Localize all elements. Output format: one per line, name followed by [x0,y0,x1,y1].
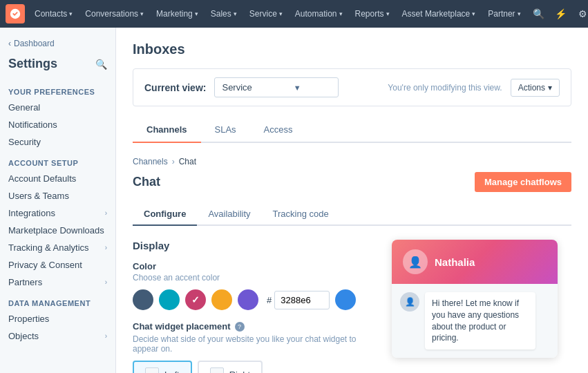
placement-left[interactable]: Left [133,361,192,373]
sub-tab-availability[interactable]: Availability [197,203,261,226]
swatch-purple[interactable] [238,289,258,310]
chat-preview: 👤 Nathalia 👤 Hi there! Let me know if yo… [392,240,558,358]
sidebar-item-partners[interactable]: Partners › [0,274,115,291]
nav-reports[interactable]: Reports▾ [350,6,395,21]
main-tabs: Channels SLAs Access [133,117,571,143]
color-label: Color [133,261,375,271]
chevron-right-icon: › [105,278,107,286]
current-view-right: You're only modifying this view. Actions… [388,79,560,97]
preview-name: Nathalia [435,256,475,268]
current-view-label: Current view: [144,82,206,93]
placement-label-row: Chat widget placement ? [133,321,375,332]
search-icon[interactable]: 🔍 [529,4,549,23]
sidebar-item-objects[interactable]: Objects › [0,327,115,345]
breadcrumb-channels-link[interactable]: Channels [133,157,168,166]
manage-chatflows-button[interactable]: Manage chatflows [475,172,571,192]
modifying-notice: You're only modifying this view. [388,83,502,93]
section-your-preferences: Your Preferences [0,79,115,99]
sidebar-item-integrations[interactable]: Integrations › [0,204,115,222]
chat-header: Chat Manage chatflows [133,172,571,192]
sidebar-item-properties[interactable]: Properties [0,310,115,327]
chevron-right-icon: › [105,209,107,217]
chevron-down-icon: ▼ [294,84,301,92]
section-account-setup: Account Setup [0,151,115,170]
tab-channels[interactable]: Channels [133,117,201,143]
widget-placement-section: Chat widget placement ? Decide what side… [133,321,375,373]
back-to-dashboard[interactable]: ‹ Dashboard [0,36,115,57]
preview-msg-avatar: 👤 [400,292,419,312]
breadcrumb: Channels › Chat [133,157,571,166]
current-view-left: Current view: Service ▼ [144,77,339,97]
sidebar-title: Settings 🔍 [0,57,115,79]
chevron-down-icon: ▾ [234,10,237,17]
section-data-management: Data Management [0,291,115,310]
chevron-down-icon: ▾ [518,10,521,17]
preview-bubble: Hi there! Let me know if you have any qu… [425,292,535,350]
color-preview[interactable] [335,289,356,310]
swatch-orange[interactable] [211,289,232,310]
preview-avatar: 👤 [403,249,428,274]
nav-automation[interactable]: Automation▾ [290,6,348,21]
chevron-right-icon: › [105,244,107,251]
swatch-pink[interactable] [185,289,206,310]
placement-desc: Decide what side of your website you lik… [133,334,375,354]
top-nav: Contacts▾ Conversations▾ Marketing▾ Sale… [0,0,588,28]
placement-left-icon [145,367,159,373]
chat-title: Chat [133,175,160,189]
actions-button[interactable]: Actions ▾ [511,79,560,97]
view-dropdown[interactable]: Service ▼ [214,77,339,97]
swatch-dark-blue[interactable] [133,289,153,310]
nav-asset-marketplace[interactable]: Asset Marketplace▾ [397,6,482,21]
placement-right[interactable]: Right [198,361,263,373]
chevron-down-icon: ▾ [339,10,343,17]
main-content: Inboxes Current view: Service ▼ You're o… [116,28,588,373]
chevron-down-icon: ▾ [472,10,475,17]
back-arrow-icon: ‹ [8,39,11,48]
sub-tabs: Configure Availability Tracking code [133,203,571,226]
tab-access[interactable]: Access [250,117,307,143]
sidebar-item-users-teams[interactable]: Users & Teams [0,187,115,204]
swatch-teal[interactable] [159,289,180,310]
main-layout: ‹ Dashboard Settings 🔍 Your Preferences … [0,28,588,373]
chevron-down-icon: ▾ [279,10,283,17]
chevron-down-icon: ▾ [69,10,73,17]
nav-service[interactable]: Service▾ [244,6,288,21]
sub-tab-tracking-code[interactable]: Tracking code [262,203,340,226]
marketplace-icon[interactable]: ⚡ [551,4,571,23]
person-icon: 👤 [408,256,422,269]
configure-left: Display Color Choose an accent color [133,240,375,373]
settings-icon[interactable]: ⚙ [573,4,588,23]
chevron-down-icon: ▾ [140,10,144,17]
color-sublabel: Choose an accent color [133,273,375,283]
placement-title: Chat widget placement [133,321,231,332]
chevron-down-icon: ▾ [195,10,198,17]
sidebar-item-marketplace-downloads[interactable]: Marketplace Downloads [0,222,115,239]
sidebar-item-general[interactable]: General [0,99,115,116]
sidebar-item-notifications[interactable]: Notifications [0,116,115,133]
person-icon: 👤 [405,297,415,307]
chevron-down-icon: ▾ [386,10,390,17]
placement-info-icon[interactable]: ? [235,322,245,332]
hubspot-logo[interactable] [6,4,25,23]
tab-slas[interactable]: SLAs [201,117,250,143]
sidebar: ‹ Dashboard Settings 🔍 Your Preferences … [0,28,116,373]
nav-marketing[interactable]: Marketing▾ [151,6,204,21]
nav-partner[interactable]: Partner▾ [482,6,526,21]
color-field: Color Choose an accent color # [133,261,375,310]
nav-conversations[interactable]: Conversations▾ [79,6,149,21]
sidebar-search-icon[interactable]: 🔍 [95,59,107,70]
color-hex-input-group: # [267,291,330,309]
sidebar-item-security[interactable]: Security [0,133,115,151]
preview-body: 👤 Hi there! Let me know if you have any … [392,284,558,358]
page-title: Inboxes [133,41,571,57]
nav-contacts[interactable]: Contacts▾ [29,6,78,21]
sidebar-item-tracking-analytics[interactable]: Tracking & Analytics › [0,239,115,256]
preview-message: 👤 Hi there! Let me know if you have any … [400,292,549,350]
breadcrumb-separator: › [172,157,175,166]
current-view-bar: Current view: Service ▼ You're only modi… [133,68,571,106]
nav-sales[interactable]: Sales▾ [205,6,243,21]
color-hex-input[interactable] [274,291,330,309]
sidebar-item-account-defaults[interactable]: Account Defaults [0,170,115,187]
sidebar-item-privacy-consent[interactable]: Privacy & Consent [0,256,115,274]
sub-tab-configure[interactable]: Configure [133,203,197,226]
